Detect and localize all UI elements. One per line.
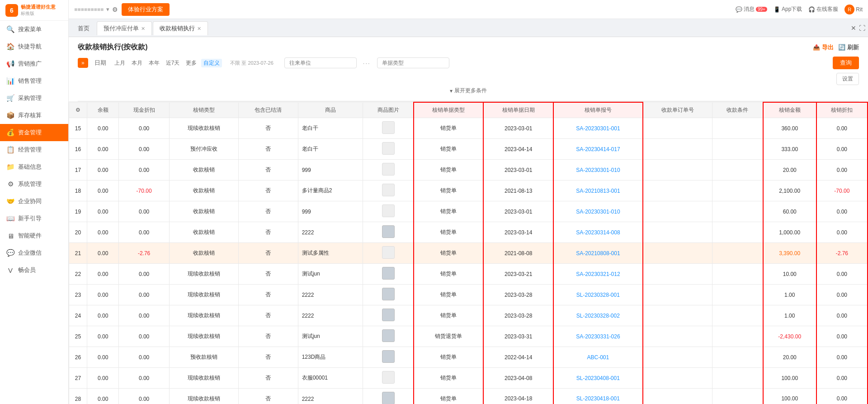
tab-verify[interactable]: 收款核销执行 ✕ xyxy=(153,21,208,35)
bill-no-link[interactable]: SL-20230328-001 xyxy=(576,292,620,298)
cell-cash-discount: 0.00 xyxy=(119,347,170,368)
cell-goods-image xyxy=(363,264,414,285)
col-header-receipt-condition: 收款条件 xyxy=(712,102,763,118)
sidebar-item-畅会员[interactable]: V畅会员 xyxy=(0,261,68,279)
chevron-down-icon[interactable]: ▾ xyxy=(106,6,109,13)
page-title: 收款核销执行(按收款) xyxy=(78,43,148,52)
table-row: 27 0.00 0.00 现续收款核销 否 衣服00001 销货单 2023-0… xyxy=(69,368,868,389)
cell-balance: 0.00 xyxy=(87,285,119,305)
bill-no-link[interactable]: SA-20230321-012 xyxy=(576,271,620,277)
cell-verify-bill-type: 销货单 xyxy=(414,201,483,222)
cell-verify-discount: 0.00 xyxy=(816,160,868,181)
cell-goods-image xyxy=(363,139,414,160)
gear-icon[interactable]: ⚙ xyxy=(112,6,118,13)
sidebar-item-企业协同[interactable]: 🤝企业协同 xyxy=(0,193,68,210)
cell-verify-bill-type: 销货单 xyxy=(414,305,483,326)
expand-more-button[interactable]: ▾ 展开更多条件 xyxy=(78,85,859,96)
bill-no-link[interactable]: SA-20230414-017 xyxy=(576,146,620,152)
sidebar-item-经营管理[interactable]: 📋经营管理 xyxy=(0,141,68,158)
tab-close-button[interactable]: ✕ xyxy=(851,24,856,32)
date-range-display: 不限 至 2023-07-26 xyxy=(230,60,273,67)
sidebar-item-新手引导[interactable]: 📖新手引导 xyxy=(0,210,68,227)
cell-balance: 0.00 xyxy=(87,160,119,181)
cell-verify-discount: 0.00 xyxy=(816,389,868,404)
date-last-month-btn[interactable]: 上月 xyxy=(113,58,127,68)
bill-no-link[interactable]: SA-20230301-001 xyxy=(576,125,620,132)
sidebar-nav: 🔍搜索菜单🏠快捷导航📢营销推广📊销售管理🛒采购管理📦库存核算💰资金管理📋经营管理… xyxy=(0,21,68,404)
logo-text: 畅捷通谱好生意 标推版 xyxy=(21,4,56,17)
table-row: 17 0.00 0.00 收款核销 否 999 销货单 2023-03-01 S… xyxy=(69,160,868,181)
user-name-item[interactable]: R Rit xyxy=(844,5,863,14)
solution-button[interactable]: 体验行业方案 xyxy=(122,3,170,16)
cell-verify-bill-type: 销货退货单 xyxy=(414,326,483,347)
cell-verify-discount: 0.00 xyxy=(816,368,868,389)
col-header-receipt-order-no: 收款单订单号 xyxy=(643,102,712,118)
cell-cash-discount: 0.00 xyxy=(119,201,170,222)
voucher-type-input[interactable] xyxy=(377,57,449,68)
sidebar-item-基础信息[interactable]: 📁基础信息 xyxy=(0,158,68,176)
bill-no-link[interactable]: SA-20230301-010 xyxy=(576,167,620,173)
sidebar-item-库存核算[interactable]: 📦库存核算 xyxy=(0,107,68,124)
cell-goods: 999 xyxy=(298,201,363,222)
bill-no-link[interactable]: SL-20230418-001 xyxy=(576,395,620,402)
tab-expand-button[interactable]: ⛶ xyxy=(859,24,865,32)
tab-home[interactable]: 首页 xyxy=(71,22,96,35)
sidebar-item-营销推广[interactable]: 📢营销推广 xyxy=(0,55,68,72)
date-more-btn[interactable]: 更多 xyxy=(184,58,198,68)
date-this-year-btn[interactable]: 本年 xyxy=(147,58,161,68)
cell-verify-type: 收款核销 xyxy=(169,201,238,222)
bill-no-link[interactable]: SA-20210813-001 xyxy=(576,188,620,194)
sidebar-item-企业微信[interactable]: 💬企业微信 xyxy=(0,244,68,261)
online-service-item[interactable]: 🎧 在线客服 xyxy=(808,5,838,13)
more-options-icon[interactable]: ··· xyxy=(363,60,371,67)
bill-no-link[interactable]: SL-20230328-002 xyxy=(576,313,620,319)
bill-no-link[interactable]: SA-20230314-008 xyxy=(576,229,620,236)
sidebar-item-搜索菜单[interactable]: 🔍搜索菜单 xyxy=(0,21,68,38)
cell-verify-discount: 0.00 xyxy=(816,264,868,285)
cell-cash-discount: 0.00 xyxy=(119,305,170,326)
table-row: 19 0.00 0.00 收款核销 否 999 销货单 2023-03-01 S… xyxy=(69,201,868,222)
table-body: 15 0.00 0.00 现续收款核销 否 老白干 销货单 2023-03-01… xyxy=(69,118,868,404)
refresh-button[interactable]: 🔄 刷新 xyxy=(838,43,859,52)
cell-verify-discount: 0.00 xyxy=(816,285,868,305)
app-download-item[interactable]: 📱 App下载 xyxy=(774,5,802,13)
sidebar-item-系统管理[interactable]: ⚙系统管理 xyxy=(0,176,68,193)
cell-verify-bill-date: 2023-03-28 xyxy=(483,305,553,326)
bill-no-link[interactable]: ABC-001 xyxy=(587,354,609,361)
col-header-cash-discount: 现金折扣 xyxy=(119,102,170,118)
cell-goods: 多计量商品2 xyxy=(298,181,363,201)
message-icon-item[interactable]: 💬 消息 99+ xyxy=(736,5,767,13)
date-this-month-btn[interactable]: 本月 xyxy=(130,58,144,68)
sidebar-item-资金管理[interactable]: 💰资金管理 xyxy=(0,124,68,141)
cell-goods: 衣服00001 xyxy=(298,368,363,389)
cell-included-settled: 否 xyxy=(238,264,298,285)
bill-no-link[interactable]: SA-20210808-001 xyxy=(576,250,620,257)
sidebar-item-采购管理[interactable]: 🛒采购管理 xyxy=(0,90,68,107)
cell-verify-bill-date: 2023-04-18 xyxy=(483,389,553,404)
sidebar-item-智能硬件[interactable]: 🖥智能硬件 xyxy=(0,227,68,244)
cell-balance: 0.00 xyxy=(87,222,119,243)
bill-no-link[interactable]: SA-20230331-026 xyxy=(576,333,620,340)
settings-button[interactable]: 设置 xyxy=(836,73,859,85)
filter-expand-button[interactable]: » xyxy=(78,58,88,68)
cell-receipt-condition xyxy=(712,305,763,326)
cell-verify-bill-type: 销货单 xyxy=(414,264,483,285)
sidebar-item-销售管理[interactable]: 📊销售管理 xyxy=(0,72,68,90)
tab-prepay[interactable]: 预付冲应付单 ✕ xyxy=(97,21,152,35)
date-7days-btn[interactable]: 近7天 xyxy=(164,58,182,68)
cell-verify-bill-type: 销货单 xyxy=(414,139,483,160)
bill-no-link[interactable]: SL-20230408-001 xyxy=(576,375,620,381)
from-unit-input[interactable] xyxy=(284,57,357,68)
date-custom-btn[interactable]: 自定义 xyxy=(201,59,222,67)
query-button[interactable]: 查询 xyxy=(833,57,859,69)
table-row: 16 0.00 0.00 预付冲应收 否 老白干 销货单 2023-04-14 … xyxy=(69,139,868,160)
bill-no-link[interactable]: SA-20230301-010 xyxy=(576,209,620,215)
cell-id: 25 xyxy=(69,326,87,347)
close-prepay-tab-icon[interactable]: ✕ xyxy=(141,26,145,32)
cell-receipt-condition xyxy=(712,264,763,285)
sidebar-item-快捷导航[interactable]: 🏠快捷导航 xyxy=(0,38,68,55)
export-button[interactable]: 📤 导出 xyxy=(813,43,834,52)
close-verify-tab-icon[interactable]: ✕ xyxy=(197,26,201,32)
cell-cash-discount: 0.00 xyxy=(119,285,170,305)
cell-verify-bill-type: 销货单 xyxy=(414,389,483,404)
